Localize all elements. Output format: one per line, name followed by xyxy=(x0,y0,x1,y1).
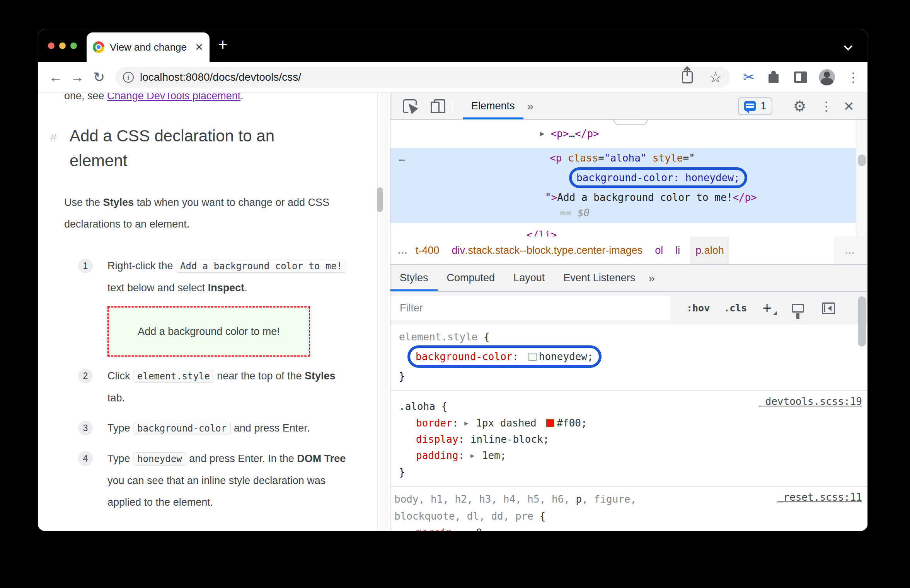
tab-styles[interactable]: Styles xyxy=(390,265,438,291)
site-info-icon[interactable]: i xyxy=(123,72,134,83)
step-1-code-chip: Add a background color to me! xyxy=(176,260,346,273)
back-button[interactable]: ← xyxy=(45,69,66,85)
rule-element-style[interactable]: element.style { background-color: honeyd… xyxy=(390,325,867,391)
reset-scss-link[interactable]: _reset.scss:11 xyxy=(777,491,862,503)
breadcrumb-div-stack[interactable]: div.stack.stack--block.type.center-image… xyxy=(450,236,645,264)
dom-tree: ▶<p>…</p> … <p class="aloha" style=" bac… xyxy=(390,120,867,236)
browser-menu-icon[interactable]: ⋮ xyxy=(847,70,860,85)
dom-selected-open-tag[interactable]: <p class="aloha" style=" xyxy=(390,150,867,166)
browser-toolbar: ← → ↻ i localhost:8080/docs/devtools/css… xyxy=(38,62,867,93)
intro-period: . xyxy=(240,93,244,102)
device-toolbar-icon[interactable] xyxy=(431,99,445,113)
browser-window: View and change CSS - Chrom ✕ + ← → ↻ i … xyxy=(38,29,867,531)
tab-search-chevron-icon[interactable] xyxy=(845,42,852,49)
filter-input[interactable] xyxy=(390,296,670,320)
close-window-button[interactable] xyxy=(48,42,55,49)
step-1-number: 1 xyxy=(78,258,93,273)
new-tab-button[interactable]: + xyxy=(218,36,228,53)
breadcrumb-ol[interactable]: ol xyxy=(653,236,665,264)
intro-paragraph: one, see Change DevTools placement. xyxy=(64,93,354,107)
tab-computed[interactable]: Computed xyxy=(438,265,504,291)
share-icon[interactable] xyxy=(682,71,693,83)
tab-event-listeners[interactable]: Event Listeners xyxy=(554,265,644,291)
zoom-window-button[interactable] xyxy=(70,42,77,49)
annotation-circle-styles: background-color: honeydew; xyxy=(407,345,602,368)
reset-selector-line-2[interactable]: blockquote, dl, dd, pre { xyxy=(390,508,867,525)
browser-tab[interactable]: View and change CSS - Chrom ✕ xyxy=(87,32,210,62)
devtools-close-icon[interactable]: ✕ xyxy=(844,99,855,114)
toggle-sidebar-panel-icon[interactable] xyxy=(822,302,835,314)
devtools-menu-icon[interactable]: ⋮ xyxy=(820,99,833,114)
url-text[interactable]: localhost:8080/docs/devtools/css/ xyxy=(140,71,676,83)
aloha-padding-declaration[interactable]: padding: ▶ 1em; xyxy=(390,447,867,464)
toggle-hover-button[interactable]: :hov xyxy=(687,302,710,314)
profile-avatar[interactable] xyxy=(819,69,835,85)
breadcrumb-overflow-right[interactable]: … xyxy=(833,236,867,264)
breadcrumb-t-400[interactable]: t-400 xyxy=(413,236,442,264)
step-4-text: Type xyxy=(107,453,133,464)
lead-text-1: Use the xyxy=(64,197,103,208)
element-style-selector[interactable]: element.style { xyxy=(390,328,867,345)
minimize-window-button[interactable] xyxy=(59,42,66,49)
dom-scrollbar-thumb[interactable] xyxy=(858,155,866,166)
dom-selected-style-attr[interactable]: background-color: honeydew; xyxy=(390,167,867,188)
side-panel-icon[interactable] xyxy=(794,71,807,83)
breadcrumb-overflow-left[interactable]: … xyxy=(397,245,409,257)
forward-button[interactable]: → xyxy=(66,69,88,85)
dom-breadcrumbs: … t-400 div.stack.stack--block.type.cent… xyxy=(390,236,867,265)
reload-button[interactable]: ↻ xyxy=(88,69,110,85)
doc-scrollbar[interactable] xyxy=(377,93,387,531)
step-2-number: 2 xyxy=(78,369,93,383)
doc-pane: one, see Change DevTools placement. #Add… xyxy=(38,93,390,531)
breadcrumb-li[interactable]: li xyxy=(673,236,682,264)
step-4-text-2: and press Enter. In the xyxy=(186,453,297,464)
dom-selected-text[interactable]: ">Add a background color to me!</p> xyxy=(390,190,867,205)
step-3-number: 3 xyxy=(78,421,93,435)
tab-layout[interactable]: Layout xyxy=(504,265,554,291)
element-style-declaration[interactable]: background-color: honeydew; xyxy=(390,345,867,368)
demo-target-box[interactable]: Add a background color to me! xyxy=(107,306,310,357)
styles-pane: element.style { background-color: honeyd… xyxy=(390,325,867,531)
aloha-border-declaration[interactable]: border: ▶ 1px dashed #f00; xyxy=(390,415,867,431)
dom-row-closing-li[interactable]: </li> xyxy=(390,227,867,236)
step-4: 4 Type honeydew and press Enter. In the … xyxy=(64,448,354,513)
breadcrumb-p-aloha[interactable]: p.aloh xyxy=(690,236,729,264)
change-devtools-placement-link[interactable]: Change DevTools placement xyxy=(107,93,240,102)
issues-button[interactable]: 1 xyxy=(738,97,772,115)
scissors-extension-icon[interactable]: ✂ xyxy=(743,69,755,85)
devtools-scss-link[interactable]: _devtools.scss:19 xyxy=(759,396,862,407)
step-3-code-chip: background-color xyxy=(133,422,231,435)
toggle-class-button[interactable]: .cls xyxy=(724,302,747,314)
reset-margin-declaration[interactable]: margin: ▶ 0; xyxy=(390,525,867,531)
tab-close-icon[interactable]: ✕ xyxy=(195,41,203,53)
aloha-display-declaration[interactable]: display: inline-block; xyxy=(390,431,867,447)
annotation-circle-dom: background-color: honeydew; xyxy=(569,167,747,188)
step-4-code-chip: honeydew xyxy=(133,452,186,466)
dom-scrollbar[interactable] xyxy=(856,120,867,236)
address-bar[interactable]: i localhost:8080/docs/devtools/css/ ☆ xyxy=(115,67,730,88)
new-style-rule-button[interactable]: + xyxy=(762,299,771,317)
dom-row-menu-dots[interactable]: … xyxy=(399,152,406,163)
bookmark-star-icon[interactable]: ☆ xyxy=(709,70,722,85)
rule-reset[interactable]: _reset.scss:11 body, h1, h2, h3, h4, h5,… xyxy=(390,487,867,531)
rendering-brush-icon[interactable] xyxy=(792,304,804,313)
dom-row-collapsed-p[interactable]: ▶<p>…</p> xyxy=(390,125,867,142)
step-2-text-2: near the top of the xyxy=(214,370,305,382)
issues-count: 1 xyxy=(760,100,766,112)
demo-box-text[interactable]: Add a background color to me! xyxy=(138,321,280,342)
dom-row-selected[interactable]: … <p class="aloha" style=" background-co… xyxy=(390,148,867,223)
rule-aloha[interactable]: _devtools.scss:19 .aloha { border: ▶ 1px… xyxy=(390,391,867,487)
step-4-text-3: you can see that an inline style declara… xyxy=(107,475,325,508)
styles-scrollbar-thumb[interactable] xyxy=(858,296,866,347)
step-3: 3 Type background-color and press Enter. xyxy=(64,417,354,439)
settings-gear-icon[interactable]: ⚙ xyxy=(793,98,806,115)
heading-anchor-hash[interactable]: # xyxy=(50,125,57,150)
more-panels-chevron-icon[interactable]: » xyxy=(527,100,534,113)
inspect-element-icon[interactable] xyxy=(403,99,417,113)
doc-scrollbar-thumb[interactable] xyxy=(377,187,383,212)
step-2-text: Click xyxy=(107,370,133,382)
sidebar-more-chevron-icon[interactable]: » xyxy=(648,272,655,285)
aloha-close-brace: } xyxy=(390,464,867,481)
tab-elements[interactable]: Elements xyxy=(463,93,523,119)
extensions-puzzle-icon[interactable] xyxy=(768,71,781,84)
